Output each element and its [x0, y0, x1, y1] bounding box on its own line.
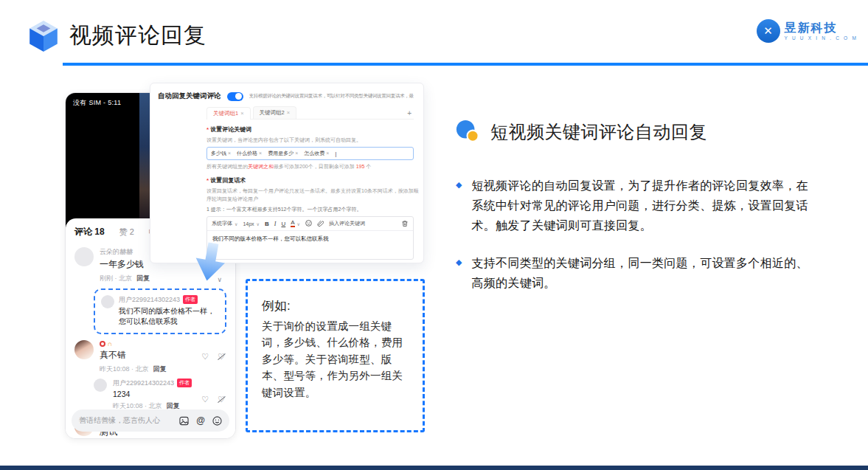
reply-button[interactable]: 回复	[167, 402, 180, 409]
font-size-select[interactable]: 14px∨	[243, 221, 260, 227]
feature-description: 短视频关键词评论自动回复 ◆ 短视频评论的自动回复设置，为了提升作者的评论回复效…	[456, 120, 847, 311]
required-asterisk: *	[206, 126, 209, 133]
comment-input-placeholder: 善语结善缘，恶言伤人心	[79, 415, 172, 426]
comment-meta: 昨天10:08 · 北京	[100, 365, 149, 373]
toggle-description: 支持根据评论的关键词设置回复话术，可以针对不同类型关键词设置回复话术，最多添加1…	[249, 93, 414, 100]
close-icon[interactable]: ×	[259, 151, 262, 156]
auto-reply-settings-panel: 自动回复关键词评论 支持根据评论的关键词设置回复话术，可以针对不同类型关键词设置…	[150, 83, 424, 263]
comment-meta: 昨天10:08 · 北京	[113, 402, 162, 409]
keyword-tag[interactable]: 怎么收费×	[304, 150, 329, 157]
keyword-tag[interactable]: 多少钱×	[211, 150, 231, 157]
comment-row: ∩ 真不错 昨天10:08 · 北京回复 ♡ ♡	[74, 340, 226, 374]
orange-arc-emoji-icon: ∩	[108, 340, 113, 348]
author-badge: 作者	[177, 379, 192, 387]
section-bullet-icon	[456, 120, 479, 144]
emoji-picker-icon[interactable]	[305, 220, 312, 227]
comment-username[interactable]: 用户2299214302243	[119, 296, 180, 303]
keywords-input[interactable]: 多少钱× 什么价格× 费用是多少× 怎么收费× |	[206, 147, 414, 160]
toggle-label: 自动回复关键词评论	[158, 91, 221, 101]
example-body: 关于询价的设置成一组关键词，多少钱、什么价格，费用多少等。关于咨询班型、版本、型…	[262, 318, 410, 401]
reply-section-title: *设置回复话术	[206, 176, 414, 184]
close-icon[interactable]: ×	[326, 151, 329, 156]
avatar[interactable]	[94, 379, 107, 392]
comment-input[interactable]: 善语结善缘，恶言伤人心 @	[72, 409, 229, 432]
rich-text-editor: 系统字体∨ 14px∨ B I U A∨ 插入评论关键词	[206, 216, 414, 260]
insert-keyword-button[interactable]: 插入评论关键词	[329, 220, 365, 227]
comment-username[interactable]: 用户2299214302243	[113, 379, 174, 387]
reply-row: 用户2299214302243作者 1234 昨天10:08 · 北京回复 ♡ …	[94, 379, 226, 411]
required-asterisk: *	[206, 177, 209, 184]
auto-reply-toggle[interactable]	[227, 92, 243, 101]
page: 视频评论回复 ✕ 昱新科技 Y U U X I N . C O M 没有 SIM…	[0, 0, 868, 470]
reply-button[interactable]: 回复	[136, 274, 150, 282]
red-ring-emoji-icon	[100, 341, 105, 347]
close-icon[interactable]: ×	[295, 151, 298, 156]
font-select[interactable]: 系统字体∨	[212, 220, 237, 227]
text-cursor: |	[335, 151, 336, 156]
tab-likes[interactable]: 赞 2	[119, 227, 134, 238]
comment-username-emoji: ∩	[100, 340, 226, 348]
trash-icon[interactable]	[401, 220, 409, 227]
auto-reply-text: 我们不同的版本价格不一样，您可以私信联系我	[119, 306, 219, 327]
bullet-text: 支持不同类型的关键词分组，同一类问题，可设置多个相近的、高频的关键词。	[471, 254, 819, 294]
company-logo: ✕ 昱新科技 Y U U X I N . C O M	[757, 19, 858, 43]
keyword-tag[interactable]: 什么价格×	[237, 150, 262, 157]
page-title: 视频评论回复	[69, 21, 206, 51]
tab-comments[interactable]: 评论 18	[74, 226, 105, 238]
reply-content-text[interactable]: 我们不同的版本价格不一样，您可以私信联系我	[207, 231, 413, 259]
status-bar: 没有 SIM - 5:11	[73, 98, 121, 108]
bold-button[interactable]: B	[265, 221, 269, 227]
keyword-group-tab-2[interactable]: 关键词组2×	[253, 106, 297, 119]
close-icon[interactable]: ×	[240, 110, 243, 117]
reply-tip: 1 提示：一个富文本框最多支持512个字符。一个汉字占用2个字符。	[206, 206, 414, 213]
diamond-bullet-icon: ◆	[456, 254, 462, 294]
image-icon[interactable]	[179, 416, 189, 426]
feature-bullet: ◆ 支持不同类型的关键词分组，同一类问题，可设置多个相近的、高频的关键词。	[456, 254, 847, 294]
keyword-section-title: *设置评论关键词	[206, 125, 414, 134]
feature-bullet: ◆ 短视频评论的自动回复设置，为了提升作者的评论回复效率，在系统中针对常见的评论…	[456, 176, 847, 236]
dislike-icon[interactable]: ♡	[218, 395, 225, 404]
section-title: 短视频关键词评论自动回复	[490, 120, 707, 144]
mention-icon[interactable]: @	[196, 415, 205, 426]
close-icon[interactable]: ×	[287, 109, 290, 116]
cube-logo-icon	[27, 19, 60, 53]
company-name: 昱新科技	[785, 21, 858, 35]
like-icon[interactable]: ♡	[201, 352, 209, 362]
italic-button[interactable]: I	[274, 221, 277, 227]
comment-meta: 刚刚 · 北京	[100, 274, 132, 282]
like-icon[interactable]: ♡	[201, 395, 209, 404]
bullet-text: 短视频评论的自动回复设置，为了提升作者的评论回复效率，在系统中针对常见的评论用户…	[471, 176, 819, 236]
avatar[interactable]	[74, 340, 94, 359]
keyword-tag[interactable]: 费用是多少×	[268, 150, 298, 157]
company-logo-icon: ✕	[757, 19, 780, 43]
example-box: 例如: 关于询价的设置成一组关键词，多少钱、什么价格，费用多少等。关于咨询班型、…	[246, 279, 425, 432]
header-divider	[63, 63, 868, 66]
diamond-bullet-icon: ◆	[456, 176, 462, 236]
author-badge: 作者	[183, 295, 198, 304]
add-group-button[interactable]: +	[405, 109, 414, 119]
arrow-down-icon	[190, 240, 230, 283]
close-icon[interactable]: ×	[228, 151, 231, 156]
company-domain: Y U U X I N . C O M	[785, 35, 858, 41]
example-title: 例如:	[262, 297, 410, 314]
keyword-group-tab-1[interactable]: 关键词组1×	[206, 107, 251, 120]
avatar[interactable]	[74, 247, 94, 266]
reply-section-desc: 设置回复话术，每回复一个用户评论只发送一条话术。最多支持设置10条不同话术，按添…	[206, 187, 422, 203]
avatar[interactable]	[101, 295, 114, 308]
highlighted-reply: 用户2299214302243作者 我们不同的版本价格不一样，您可以私信联系我	[94, 288, 226, 334]
underline-button[interactable]: U	[281, 221, 285, 227]
emoji-icon[interactable]	[212, 416, 222, 426]
dislike-icon[interactable]: ♡	[218, 352, 225, 362]
link-icon[interactable]	[317, 220, 324, 227]
keyword-section-desc: 设置关键词，当评论里内容包含了以下关键词，则系统可自动回复。	[206, 136, 414, 144]
keyword-quota: 所有关键词组里的关键词之和最多可添加200个，目前剩余可添加 195 个	[206, 163, 414, 170]
font-color-button[interactable]: A∨	[291, 220, 300, 227]
reply-button[interactable]: 回复	[153, 365, 167, 373]
footer-bar	[0, 466, 868, 470]
